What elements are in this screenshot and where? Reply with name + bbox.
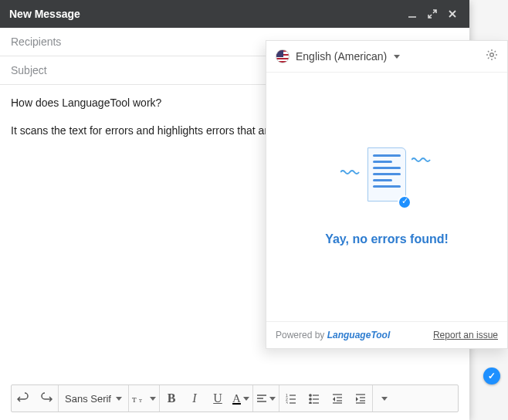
redo-button[interactable] [35, 385, 58, 412]
chevron-down-icon [150, 397, 156, 401]
minimize-button[interactable] [405, 6, 420, 22]
titlebar: New Message [0, 0, 469, 28]
chevron-down-icon [243, 397, 249, 401]
chevron-down-icon[interactable] [393, 49, 401, 63]
indent-more-button[interactable] [349, 385, 372, 412]
window-title: New Message [9, 8, 80, 20]
svg-marker-24 [333, 397, 335, 401]
us-flag-icon [276, 49, 290, 63]
bullet-list-button[interactable] [303, 385, 326, 412]
gear-icon[interactable] [486, 49, 498, 64]
svg-point-18 [310, 402, 311, 404]
italic-button[interactable]: I [183, 385, 206, 412]
indent-less-button[interactable] [326, 385, 349, 412]
font-family-label: Sans Serif [65, 393, 111, 405]
align-button[interactable] [253, 385, 279, 412]
undo-button[interactable] [12, 385, 35, 412]
report-issue-link[interactable]: Report an issue [433, 330, 498, 340]
bold-button[interactable]: B [160, 385, 183, 412]
text-color-button[interactable]: A [229, 385, 252, 412]
svg-marker-29 [356, 397, 358, 401]
svg-point-31 [490, 53, 494, 57]
no-errors-illustration [340, 147, 433, 217]
svg-text:3: 3 [286, 401, 288, 404]
svg-marker-30 [394, 55, 400, 59]
no-errors-message: Yay, no errors found! [325, 232, 449, 246]
chevron-down-icon [269, 397, 276, 401]
check-icon [398, 195, 411, 209]
lt-body: Yay, no errors found! [266, 73, 507, 321]
languagetool-status-badge[interactable] [483, 368, 500, 384]
chevron-down-icon [381, 397, 388, 401]
underline-button[interactable]: U [206, 385, 229, 412]
font-size-button[interactable]: тт [129, 385, 159, 412]
font-family-dropdown[interactable]: Sans Serif [59, 385, 128, 412]
svg-text:т: т [132, 393, 137, 405]
expand-button[interactable] [425, 6, 440, 22]
svg-point-14 [310, 395, 311, 396]
language-selector[interactable]: English (American) [296, 50, 387, 63]
powered-by-label: Powered by LanguageTool [276, 330, 390, 340]
chevron-down-icon [116, 397, 122, 401]
numbered-list-button[interactable]: 123 [279, 385, 303, 412]
svg-text:т: т [139, 396, 142, 404]
lt-footer: Powered by LanguageTool Report an issue [266, 321, 507, 348]
more-formatting-button[interactable] [373, 385, 396, 412]
languagetool-panel: English (American) Yay, no errors found!… [266, 40, 508, 349]
format-toolbar: Sans Serif тт B I U A [11, 384, 459, 412]
close-button[interactable] [445, 6, 460, 22]
lt-header: English (American) [266, 41, 507, 73]
svg-point-16 [310, 398, 311, 400]
